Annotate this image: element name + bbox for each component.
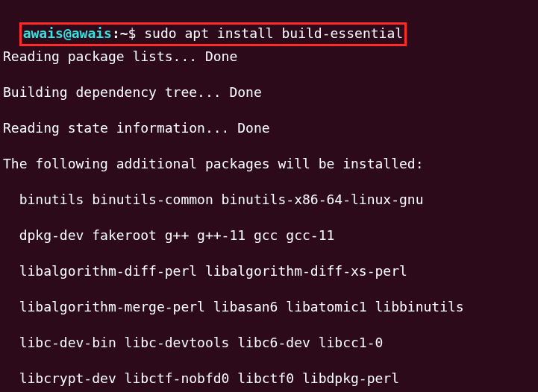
output-line: Reading package lists... Done — [3, 48, 535, 66]
command-highlight: awais@awais:~$ sudo apt install build-es… — [19, 22, 407, 46]
output-line: Building dependency tree... Done — [3, 83, 535, 101]
output-line: The following additional packages will b… — [3, 155, 535, 173]
output-line: libalgorithm-merge-perl libasan6 libatom… — [3, 298, 535, 316]
output-line: libcrypt-dev libctf-nobfd0 libctf0 libdp… — [3, 370, 535, 388]
prompt-cwd: ~ — [120, 25, 128, 41]
terminal-window[interactable]: awais@awais:~$ sudo apt install build-es… — [0, 0, 538, 392]
prompt-at: @ — [63, 25, 72, 41]
output-line: libalgorithm-diff-perl libalgorithm-diff… — [3, 262, 535, 280]
prompt-host: awais — [72, 25, 112, 41]
output-line: dpkg-dev fakeroot g++ g++-11 gcc gcc-11 — [3, 227, 535, 244]
output-line: Reading state information... Done — [3, 119, 535, 137]
command-text: sudo apt install build-essential — [144, 25, 403, 41]
output-line: binutils binutils-common binutils-x86-64… — [3, 191, 535, 209]
prompt-colon: : — [112, 25, 120, 41]
output-line: libc-dev-bin libc-devtools libc6-dev lib… — [3, 334, 535, 352]
prompt-user: awais — [23, 25, 63, 41]
prompt-dollar: $ — [128, 25, 145, 41]
